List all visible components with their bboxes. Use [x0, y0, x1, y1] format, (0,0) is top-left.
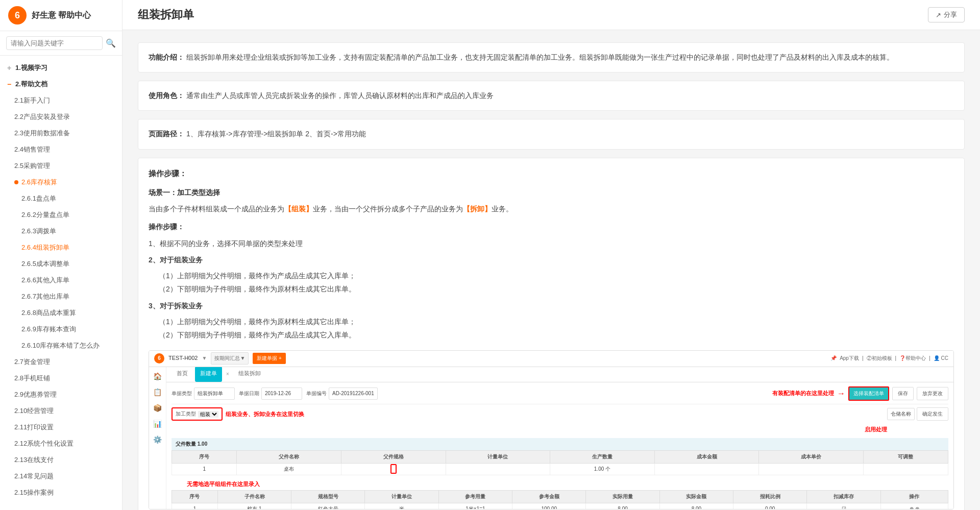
th-cost: 成本金额: [654, 450, 759, 463]
th-c-spec: 规格型号: [291, 491, 365, 503]
sidebar-item-s22[interactable]: 2.2产品安装及登录: [0, 109, 122, 125]
sidebar-item-s24[interactable]: 2.4销售管理: [0, 141, 122, 158]
share-icon: ↗: [936, 11, 941, 19]
cell-c-act-cost1: 8.00: [659, 503, 733, 509]
page-title: 组装拆卸单: [138, 7, 194, 22]
sidebar-item-s268[interactable]: 2.6.8商品成本重算: [0, 305, 122, 321]
fake-screen: 6 TEST-H002 ▼ 按期间汇总▼ 新建单据 + 📌App下载|②初始模板…: [149, 351, 953, 509]
fake-confirm-btn[interactable]: 确定发生: [917, 407, 948, 421]
th-qty: 生产数量: [550, 450, 655, 463]
step1: 1、根据不同的业务，选择不同单据的类型来处理: [149, 237, 954, 251]
sidebar-item-s29[interactable]: 2.9优惠券管理: [0, 386, 122, 403]
fake-cancel-btn[interactable]: 放弃更改: [917, 387, 948, 400]
fake-parent-title: 父件数量 1.00: [176, 440, 207, 449]
sidebar-item-s21[interactable]: 2.1新手入门: [0, 92, 122, 109]
sidebar-header: 6 好生意 帮助中心: [0, 0, 122, 31]
sidebar-item-s266[interactable]: 2.6.6其他入库单: [0, 272, 122, 288]
fake-save-btn[interactable]: 保存: [892, 387, 914, 400]
fake-child-table: 序号 子件名称 规格型号 计量单位 参考用量 参考金额 实际用量: [172, 490, 948, 508]
active-dot-icon: [14, 180, 18, 184]
cell-parent-name: 桌布: [237, 463, 341, 475]
fake-tab-list[interactable]: 组装拆卸: [233, 367, 266, 382]
intro-label: 功能介绍：: [149, 53, 184, 61]
sidebar-item-help-docs[interactable]: − 2.帮助文档: [0, 76, 122, 92]
cell-c-act-qty1: 8.00: [586, 503, 659, 509]
table-row: 1 棉布 1 红色大号 米 1米×1=1 100.00 8.00: [172, 503, 948, 509]
cell-c-ref-qty1: 1米×1=1: [438, 503, 512, 509]
sidebar-item-s262[interactable]: 2.6.2分量盘点单: [0, 207, 122, 223]
fake-child-section: 序号 子件名称 规格型号 计量单位 参考用量 参考金额 实际用量: [172, 490, 948, 508]
main-header: 组装拆卸单 ↗ 分享: [122, 0, 980, 30]
sidebar-item-s211[interactable]: 2.11打印设置: [0, 419, 122, 435]
fake-date-input[interactable]: 2019-12-26: [261, 387, 302, 400]
sidebar-item-s27[interactable]: 2.7资金管理: [0, 354, 122, 370]
sidebar-item-s213[interactable]: 2.13在线支付: [0, 452, 122, 468]
sidebar-item-s214[interactable]: 2.14常见问题: [0, 468, 122, 484]
cell-cost-unit: [759, 463, 864, 475]
step2-1: （1）上部明细为父件明细，最终作为产成品生成其它入库单；: [149, 269, 954, 283]
cell-qty: 1.00 个: [550, 463, 655, 475]
search-button[interactable]: 🔍: [106, 38, 116, 48]
sidebar-item-s25[interactable]: 2.5采购管理: [0, 158, 122, 174]
annotation-arrow1: →: [837, 386, 845, 401]
step3-2: （2）下部明细为子件明细，最终作为产成品生成其它入库单。: [149, 328, 954, 342]
sidebar-item-videos[interactable]: + 1.视频学习: [0, 60, 122, 76]
fake-type-input[interactable]: 组装拆卸单: [194, 387, 235, 400]
fake-tab-new[interactable]: 新建单: [195, 367, 222, 382]
sidebar-item-s28[interactable]: 2.8手机旺铺: [0, 370, 122, 386]
th-c-unit: 计量单位: [365, 491, 438, 503]
step2-2: （2）下部明细为子件明细，最终作为原材料生成其它出库单。: [149, 282, 954, 296]
fake-assembly-type[interactable]: 加工类型 组装 拆卸: [172, 407, 223, 421]
th-seq: 序号: [172, 450, 237, 463]
fake-new-btn[interactable]: 新建单据 +: [253, 353, 286, 364]
fake-sidebar: 🏠 📋 📦 📊 ⚙️: [149, 367, 166, 509]
th-c-ref-cost: 参考金额: [512, 491, 586, 503]
cell-c-seq1: 1: [172, 503, 218, 509]
scene1-title: 场景一：加工类型选择: [149, 186, 954, 199]
path-block: 页面路径： 1、库存核算->库存管理->组装拆卸单 2、首页->常用功能: [138, 119, 965, 149]
th-c-act-qty: 实际用量: [586, 491, 659, 503]
fake-warehouse-input[interactable]: 仓储名称: [887, 408, 915, 420]
fake-docno-label: 单据编号: [306, 389, 327, 398]
share-button[interactable]: ↗ 分享: [928, 7, 965, 22]
fake-type-toggle-row: 加工类型 组装 拆卸 组装业务、拆卸业务在这里切换: [172, 407, 948, 421]
sidebar-item-s269[interactable]: 2.6.9库存账本查询: [0, 321, 122, 337]
sidebar-item-s215[interactable]: 2.15操作案例: [0, 484, 122, 501]
cell-c-ops1: ⊕ ⊗: [880, 503, 948, 509]
fake-type-label: 单据类型: [172, 389, 192, 398]
sidebar: 6 好生意 帮助中心 🔍 + 1.视频学习 − 2.帮助文档 2.1新手入门 2…: [0, 0, 122, 510]
sidebar-item-s265[interactable]: 2.6.5成本调整单: [0, 256, 122, 272]
fake-nav-tabs: 首页 新建单 × 组装拆卸: [166, 367, 953, 382]
search-input[interactable]: [6, 36, 103, 50]
sidebar-item-s264[interactable]: 2.6.4组装拆卸单: [0, 239, 122, 256]
sidebar-item-s23[interactable]: 2.3使用前数据准备: [0, 125, 122, 141]
fake-select-period[interactable]: 按期间汇总▼: [211, 352, 249, 365]
fake-parent-header: 父件数量 1.00: [172, 438, 948, 450]
cell-c-stock1: ☑: [807, 503, 880, 509]
ops-steps-label: 操作步骤：: [149, 221, 954, 233]
fake-date-label: 单据日期: [239, 389, 259, 398]
sidebar-item-s2610[interactable]: 2.6.10库存账本错了怎么办: [0, 337, 122, 354]
fake-parent-table: 序号 父件名称 父件规格 计量单位 生产数量 成本金额 成本单价: [172, 450, 948, 475]
fake-tab-home[interactable]: 首页: [172, 367, 193, 382]
content-area: 功能介绍： 组装拆卸单用来处理企业组装或拆卸等加工业务，支持有固定装配清单的产品…: [122, 30, 980, 510]
cell-c-ratio1: 0.00: [733, 503, 807, 509]
th-c-stock: 扣减库存: [807, 491, 880, 503]
sidebar-item-s26[interactable]: 2.6库存核算: [0, 174, 122, 190]
fake-select-bom-btn[interactable]: 选择装配清单: [848, 386, 889, 401]
th-cost-unit: 成本单价: [759, 450, 864, 463]
sidebar-item-s210[interactable]: 2.10经营管理: [0, 403, 122, 419]
sidebar-item-s261[interactable]: 2.6.1盘点单: [0, 190, 122, 207]
fake-docno-input[interactable]: AD-20191226-001: [329, 387, 378, 400]
th-parent-spec: 父件规格: [341, 450, 446, 463]
sidebar-item-s212[interactable]: 2.12系统个性化设置: [0, 435, 122, 452]
fake-assembly-select[interactable]: 组装 拆卸: [198, 411, 218, 418]
cell-c-name1: 棉布 1: [217, 503, 291, 509]
cell-unit: [446, 463, 550, 475]
sidebar-item-s263[interactable]: 2.6.3调拨单: [0, 223, 122, 239]
cell-spec-input[interactable]: [390, 464, 397, 474]
table-row: 1 桌布 1.00 个: [172, 463, 948, 475]
sidebar-item-s267[interactable]: 2.6.7其他出库单: [0, 288, 122, 305]
annotation-text4: 启用处理: [865, 426, 887, 432]
th-parent-name: 父件名称: [237, 450, 341, 463]
